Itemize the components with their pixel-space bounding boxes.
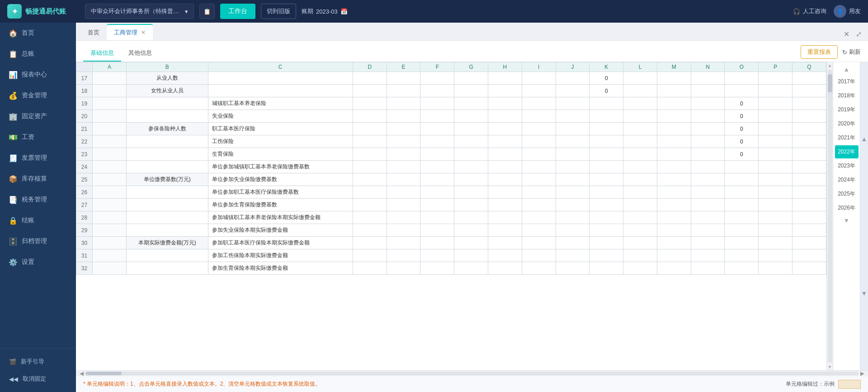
cell-29-b[interactable]	[126, 224, 208, 237]
cell-28-a[interactable]	[93, 211, 127, 224]
cell-29-p[interactable]	[759, 224, 793, 237]
cell-21-o[interactable]: 0	[725, 123, 759, 135]
cell-24-g[interactable]	[454, 161, 488, 173]
sidebar-item-settings[interactable]: ⚙️ 设置	[0, 252, 76, 272]
cell-20-q[interactable]	[793, 110, 826, 123]
cell-25-o[interactable]	[725, 173, 759, 186]
cell-28-m[interactable]	[657, 211, 691, 224]
cell-22-q[interactable]	[793, 135, 826, 148]
cell-18-o[interactable]	[725, 85, 759, 97]
cell-31-d[interactable]	[353, 249, 387, 262]
cell-19-f[interactable]	[420, 97, 454, 110]
cell-20-d[interactable]	[353, 110, 387, 123]
year-2019[interactable]: 2019年	[835, 103, 859, 116]
cell-29-i[interactable]	[522, 224, 556, 237]
cell-18-c[interactable]	[208, 85, 353, 97]
cell-21-q[interactable]	[793, 123, 826, 135]
cell-17-f[interactable]	[420, 72, 454, 85]
cell-28-c[interactable]: 参加城镇职工基本养老保险本期实际缴费金额	[208, 211, 353, 224]
cell-23-e[interactable]	[387, 148, 420, 161]
cell-32-d[interactable]	[353, 262, 387, 275]
tab-industry[interactable]: 工商管理 ✕	[107, 24, 153, 40]
tab-close-window-button[interactable]: ✕	[842, 28, 851, 40]
cell-29-d[interactable]	[353, 224, 387, 237]
cell-31-e[interactable]	[387, 249, 420, 262]
cell-31-a[interactable]	[93, 249, 127, 262]
cell-31-n[interactable]	[691, 249, 725, 262]
cell-18-h[interactable]	[488, 85, 522, 97]
cell-25-c[interactable]: 单位参加失业保险缴费基数	[208, 173, 353, 186]
cell-28-k[interactable]	[590, 211, 623, 224]
cell-18-f[interactable]	[420, 85, 454, 97]
year-2024[interactable]: 2024年	[835, 173, 859, 186]
cell-27-e[interactable]	[387, 199, 420, 211]
new-guide-button[interactable]: 🎬 新手引导	[0, 353, 76, 370]
cell-30-k[interactable]	[590, 237, 623, 249]
cell-20-e[interactable]	[387, 110, 420, 123]
sidebar-item-inventory[interactable]: 📦 库存核算	[0, 168, 76, 189]
cell-28-q[interactable]	[793, 211, 826, 224]
cell-29-e[interactable]	[387, 224, 420, 237]
cell-19-h[interactable]	[488, 97, 522, 110]
cell-24-e[interactable]	[387, 161, 420, 173]
cell-29-f[interactable]	[420, 224, 454, 237]
year-scroll-up[interactable]: ▲	[842, 64, 852, 75]
cell-26-c[interactable]: 单位参加职工基本医疗保险缴费基数	[208, 186, 353, 199]
cell-19-b[interactable]	[126, 97, 208, 110]
cell-30-g[interactable]	[454, 237, 488, 249]
cell-23-c[interactable]: 生育保险	[208, 148, 353, 161]
cell-22-a[interactable]	[93, 135, 127, 148]
cell-21-n[interactable]	[691, 123, 725, 135]
cell-19-m[interactable]	[657, 97, 691, 110]
sidebar-item-close[interactable]: 🔒 结账	[0, 210, 76, 231]
cell-20-g[interactable]	[454, 110, 488, 123]
cell-19-e[interactable]	[387, 97, 420, 110]
cell-18-d[interactable]	[353, 85, 387, 97]
cell-19-c[interactable]: 城镇职工基本养老保险	[208, 97, 353, 110]
cell-22-p[interactable]	[759, 135, 793, 148]
cell-28-b[interactable]	[126, 211, 208, 224]
cell-20-k[interactable]	[590, 110, 623, 123]
year-2020[interactable]: 2020年	[835, 117, 859, 130]
cell-31-o[interactable]	[725, 249, 759, 262]
cell-28-p[interactable]	[759, 211, 793, 224]
cell-19-l[interactable]	[623, 97, 657, 110]
year-2022[interactable]: 2022年	[835, 145, 859, 158]
cell-26-e[interactable]	[387, 186, 420, 199]
collapse-up-icon[interactable]: ▲	[861, 135, 868, 143]
cell-30-j[interactable]	[556, 237, 590, 249]
cell-17-c[interactable]	[208, 72, 353, 85]
cell-30-i[interactable]	[522, 237, 556, 249]
cell-31-f[interactable]	[420, 249, 454, 262]
cell-25-k[interactable]	[590, 173, 623, 186]
cell-32-q[interactable]	[793, 262, 826, 275]
cell-17-b[interactable]: 从业人数	[126, 72, 208, 85]
cell-17-e[interactable]	[387, 72, 420, 85]
cell-32-g[interactable]	[454, 262, 488, 275]
cell-23-m[interactable]	[657, 148, 691, 161]
cell-23-a[interactable]	[93, 148, 127, 161]
cell-19-g[interactable]	[454, 97, 488, 110]
cell-31-g[interactable]	[454, 249, 488, 262]
cell-29-n[interactable]	[691, 224, 725, 237]
cell-24-d[interactable]	[353, 161, 387, 173]
sidebar-item-fund[interactable]: 💰 资金管理	[0, 85, 76, 106]
cell-22-i[interactable]	[522, 135, 556, 148]
cell-25-p[interactable]	[759, 173, 793, 186]
cell-22-h[interactable]	[488, 135, 522, 148]
cell-22-m[interactable]	[657, 135, 691, 148]
tab-home[interactable]: 首页	[80, 25, 107, 40]
cell-30-m[interactable]	[657, 237, 691, 249]
cell-22-n[interactable]	[691, 135, 725, 148]
cell-31-p[interactable]	[759, 249, 793, 262]
cell-30-f[interactable]	[420, 237, 454, 249]
cell-27-l[interactable]	[623, 199, 657, 211]
cell-30-d[interactable]	[353, 237, 387, 249]
cell-26-k[interactable]	[590, 186, 623, 199]
cell-27-g[interactable]	[454, 199, 488, 211]
cell-21-e[interactable]	[387, 123, 420, 135]
cell-29-g[interactable]	[454, 224, 488, 237]
cell-18-l[interactable]	[623, 85, 657, 97]
cell-26-a[interactable]	[93, 186, 127, 199]
cell-27-d[interactable]	[353, 199, 387, 211]
